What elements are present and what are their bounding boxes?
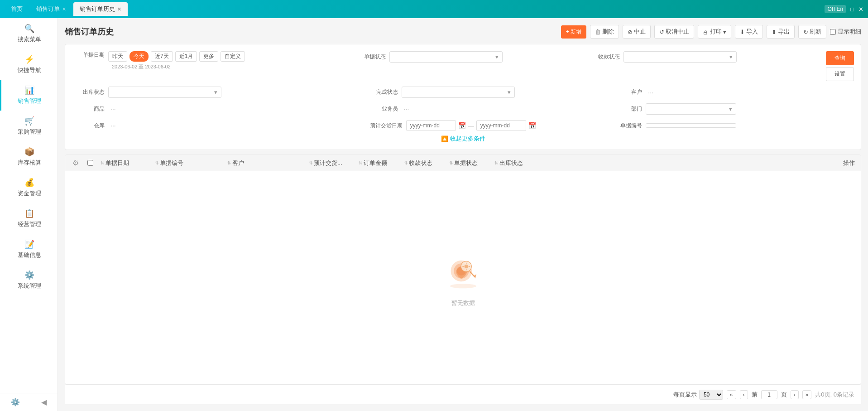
date-btn-1month[interactable]: 近1月 [175, 51, 197, 62]
sort-icon-delivery[interactable]: ⇅ [309, 160, 312, 165]
restore-button[interactable]: □ [850, 6, 854, 13]
sidebar-item-sys-mgmt-label: 系统管理 [18, 282, 41, 290]
sort-icon-doc-status[interactable]: ⇅ [449, 160, 453, 165]
customer-select[interactable]: ··· [646, 89, 656, 96]
filter-customer-group: 客户 ··· [609, 88, 854, 96]
customer-label: 客户 [609, 88, 646, 96]
sidebar-item-capital-mgmt-label: 资金管理 [18, 189, 41, 198]
table-header: ⚙ ⇅ 单据日期 ⇅ 单据编号 ⇅ 客户 ⇅ [65, 155, 861, 171]
tab-sales-order[interactable]: 销售订单 ✕ [30, 2, 72, 16]
sidebar-collapse-icon[interactable]: ◀ [41, 398, 47, 406]
sidebar-item-quick-nav[interactable]: ⚡ 快捷导航 [0, 49, 58, 80]
sort-icon-customer[interactable]: ⇅ [227, 160, 231, 165]
tab-sales-order-history[interactable]: 销售订单历史 ✕ [73, 2, 128, 16]
filter-row-4: 仓库 ··· 预计交货日期 📅 — 📅 单据编号 [72, 120, 854, 131]
complete-status-select[interactable]: ▾ [402, 87, 515, 98]
sort-icon-payment[interactable]: ⇅ [404, 160, 408, 165]
calendar-from-icon[interactable]: 📅 [458, 122, 466, 129]
sort-icon-warehouse[interactable]: ⇅ [494, 160, 498, 165]
sidebar-item-purchase-mgmt[interactable]: 🛒 采购管理 [0, 111, 58, 141]
sidebar-item-quick-nav-label: 快捷导航 [18, 66, 41, 74]
page-size-wrap: 每页显示 50 20 100 [673, 390, 723, 400]
delete-button[interactable]: 🗑 删除 [590, 25, 619, 39]
page-unit: 页 [781, 391, 787, 399]
date-btn-today[interactable]: 今天 [129, 51, 149, 62]
warehouse-status-select[interactable]: ▾ [108, 87, 221, 98]
date-control: 昨天 今天 近7天 近1月 更多 自定义 2023-06-02 至 2023-0… [108, 51, 245, 70]
sidebar-item-search-menu-label: 搜索菜单 [18, 35, 41, 44]
close-window-button[interactable]: ✕ [858, 6, 863, 13]
th-settings[interactable]: ⚙ [67, 159, 83, 167]
date-btn-custom[interactable]: 自定义 [221, 51, 245, 62]
svg-point-0 [450, 284, 476, 288]
refresh-button[interactable]: ↻ 刷新 [798, 25, 826, 39]
sort-icon-number[interactable]: ⇅ [155, 160, 158, 165]
date-btn-more[interactable]: 更多 [199, 51, 218, 62]
th-checkbox[interactable] [83, 160, 97, 166]
doc-number-input[interactable] [646, 123, 736, 128]
payment-status-select[interactable]: ▾ [623, 51, 737, 63]
last-page-button[interactable]: » [802, 390, 812, 399]
delivery-date-from[interactable] [406, 120, 456, 131]
page-number-input[interactable] [761, 390, 777, 399]
salesman-select[interactable]: ··· [402, 106, 412, 113]
query-button[interactable]: 查询 [826, 51, 854, 65]
sidebar-item-ops-mgmt[interactable]: 📋 经营管理 [0, 203, 58, 234]
delete-icon: 🗑 [595, 29, 601, 35]
payment-status-label: 收款状态 [587, 53, 623, 61]
display-detail-label: 显示明细 [838, 28, 861, 36]
stop-button[interactable]: ⊘ 中止 [623, 25, 651, 39]
cancel-stop-button[interactable]: ↺ 取消中止 [654, 25, 694, 39]
date-btn-7days[interactable]: 近7天 [151, 51, 173, 62]
filter-salesman-group: 业务员 ··· [365, 105, 610, 113]
filter-settings-button[interactable]: 设置 [826, 67, 854, 81]
tab-home[interactable]: 首页 [5, 2, 29, 16]
next-page-button[interactable]: › [791, 390, 799, 399]
sort-icon-date[interactable]: ⇅ [101, 160, 104, 165]
collapse-btn[interactable]: 🔼 收起更多条件 [72, 135, 854, 143]
date-btn-yesterday[interactable]: 昨天 [108, 51, 127, 62]
dept-arrow: ▾ [729, 106, 732, 112]
refresh-icon: ↻ [803, 29, 808, 35]
add-button[interactable]: + 新增 [561, 25, 586, 39]
sidebar-item-sales-mgmt[interactable]: 📊 销售管理 [0, 80, 58, 111]
doc-status-arrow: ▾ [495, 53, 499, 60]
export-button[interactable]: ⬆ 导出 [767, 25, 795, 39]
page-size-label: 每页显示 [673, 391, 697, 399]
top-bar: 首页 销售订单 ✕ 销售订单历史 ✕ OfTEn □ ✕ [0, 0, 868, 18]
select-all-checkbox[interactable] [87, 160, 93, 166]
table-settings-icon[interactable]: ⚙ [72, 159, 79, 167]
inventory-icon: 📦 [24, 147, 34, 157]
sidebar-item-capital-mgmt[interactable]: 💰 资金管理 [0, 172, 58, 203]
tab-sales-order-close[interactable]: ✕ [62, 6, 66, 12]
collapse-up-icon: 🔼 [441, 135, 448, 142]
date-range-text: 2023-06-02 至 2023-06-02 [112, 63, 245, 70]
display-detail-checkbox[interactable] [830, 29, 836, 35]
print-button[interactable]: 🖨 打印 ▾ [698, 25, 731, 39]
prev-page-button[interactable]: ‹ [740, 390, 748, 399]
sidebar-item-search-menu[interactable]: 🔍 搜索菜单 [0, 18, 58, 49]
dept-select[interactable]: ▾ [646, 103, 736, 115]
th-op: 操作 [536, 159, 858, 167]
filter-row-1: 单据日期 昨天 今天 近7天 近1月 更多 自定义 2023-06-02 至 2… [72, 51, 854, 81]
doc-status-select[interactable]: ▾ [389, 51, 503, 63]
sidebar-item-basic-info[interactable]: 📝 基础信息 [0, 234, 58, 265]
delivery-date-to[interactable] [476, 120, 526, 131]
sidebar-settings-icon[interactable]: ⚙️ [11, 398, 20, 406]
sidebar-item-basic-info-label: 基础信息 [18, 251, 41, 259]
warehouse-select[interactable]: ··· [108, 122, 118, 129]
goods-select[interactable]: ··· [108, 106, 118, 113]
import-button[interactable]: ⬇ 导入 [735, 25, 763, 39]
sales-mgmt-icon: 📊 [24, 85, 34, 95]
sys-mgmt-icon: ⚙️ [24, 270, 34, 280]
first-page-button[interactable]: « [727, 390, 736, 399]
sort-icon-amount[interactable]: ⇅ [359, 160, 362, 165]
sidebar-item-sys-mgmt[interactable]: ⚙️ 系统管理 [0, 265, 58, 295]
tab-sales-order-label: 销售订单 [36, 5, 60, 13]
sidebar-item-sales-mgmt-label: 销售管理 [18, 97, 41, 105]
tab-sales-order-history-close[interactable]: ✕ [117, 6, 121, 12]
page-size-select[interactable]: 50 20 100 [699, 390, 723, 400]
page-total: 共0页, 0条记录 [815, 391, 854, 399]
sidebar-item-inventory[interactable]: 📦 库存核算 [0, 141, 58, 172]
calendar-to-icon[interactable]: 📅 [528, 122, 536, 129]
